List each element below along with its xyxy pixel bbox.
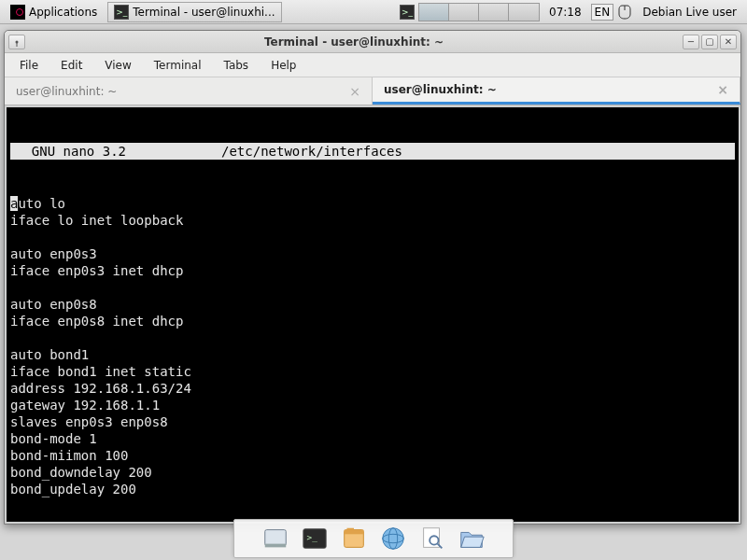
menu-view[interactable]: View bbox=[95, 56, 140, 75]
clock[interactable]: 07:18 bbox=[543, 6, 587, 19]
applications-label: Applications bbox=[29, 6, 97, 19]
dock-folder[interactable] bbox=[457, 524, 486, 553]
workspace-3[interactable] bbox=[479, 4, 509, 21]
tab-0[interactable]: user@linuxhint: ~ × bbox=[5, 77, 373, 105]
top-panel: Applications >_ Terminal - user@linuxhi.… bbox=[0, 0, 747, 24]
workspace-2[interactable] bbox=[449, 4, 479, 21]
dock-search[interactable] bbox=[417, 524, 447, 553]
dock: >_ bbox=[233, 519, 514, 558]
keyboard-language[interactable]: EN bbox=[591, 4, 614, 21]
taskbar-item-label: Terminal - user@linuxhi... bbox=[133, 6, 275, 19]
debian-logo-icon bbox=[10, 5, 25, 20]
workspace-1[interactable] bbox=[419, 4, 449, 21]
pin-button[interactable] bbox=[8, 35, 25, 49]
svg-point-10 bbox=[383, 528, 404, 550]
terminal-icon: >_ bbox=[114, 5, 129, 20]
workspace-4[interactable] bbox=[509, 4, 539, 21]
tab-close-icon[interactable]: × bbox=[717, 82, 728, 97]
nano-app-name: GNU nano 3.2 bbox=[16, 143, 221, 160]
dock-show-desktop[interactable] bbox=[261, 524, 290, 553]
terminal-viewport[interactable]: GNU nano 3.2 /etc/network/interfaces aut… bbox=[5, 105, 740, 524]
svg-text:>_: >_ bbox=[307, 532, 318, 542]
menu-terminal[interactable]: Terminal bbox=[145, 56, 211, 75]
close-button[interactable]: ✕ bbox=[720, 35, 737, 49]
applications-menu[interactable]: Applications bbox=[4, 2, 104, 22]
dock-web-browser[interactable] bbox=[378, 524, 408, 553]
tab-label: user@linuxhint: ~ bbox=[384, 83, 497, 96]
maximize-button[interactable]: ▢ bbox=[701, 35, 718, 49]
window-title: Terminal - user@linuxhint: ~ bbox=[25, 35, 683, 49]
taskbar-item-terminal[interactable]: >_ Terminal - user@linuxhi... bbox=[107, 2, 281, 22]
svg-rect-3 bbox=[265, 530, 287, 546]
titlebar[interactable]: Terminal - user@linuxhint: ~ − ▢ ✕ bbox=[5, 31, 740, 53]
nano-titlebar: GNU nano 3.2 /etc/network/interfaces bbox=[10, 143, 735, 160]
workspace-pager[interactable] bbox=[418, 3, 540, 21]
tabstrip: user@linuxhint: ~ × user@linuxhint: ~ × bbox=[5, 77, 740, 105]
menubar: File Edit View Terminal Tabs Help bbox=[5, 53, 740, 77]
user-menu[interactable]: Debian Live user bbox=[636, 2, 743, 22]
panel-terminal-icon[interactable]: >_ bbox=[400, 5, 415, 20]
menu-edit[interactable]: Edit bbox=[51, 56, 92, 75]
svg-rect-4 bbox=[265, 544, 287, 548]
terminal-window: Terminal - user@linuxhint: ~ − ▢ ✕ File … bbox=[4, 30, 741, 525]
menu-file[interactable]: File bbox=[10, 56, 48, 75]
dock-file-manager[interactable] bbox=[339, 524, 369, 553]
minimize-button[interactable]: − bbox=[683, 35, 699, 49]
menu-tabs[interactable]: Tabs bbox=[215, 56, 259, 75]
nano-filename: /etc/network/interfaces bbox=[221, 143, 402, 160]
user-label: Debian Live user bbox=[642, 6, 737, 19]
tab-close-icon[interactable]: × bbox=[349, 84, 360, 99]
menu-help[interactable]: Help bbox=[261, 56, 305, 75]
tab-1[interactable]: user@linuxhint: ~ × bbox=[373, 77, 740, 105]
tab-label: user@linuxhint: ~ bbox=[16, 85, 117, 98]
dock-terminal[interactable]: >_ bbox=[300, 524, 330, 553]
svg-rect-9 bbox=[347, 528, 355, 531]
mouse-icon bbox=[617, 5, 632, 20]
nano-buffer: auto loiface lo inet loopback auto enp0s… bbox=[10, 193, 735, 499]
